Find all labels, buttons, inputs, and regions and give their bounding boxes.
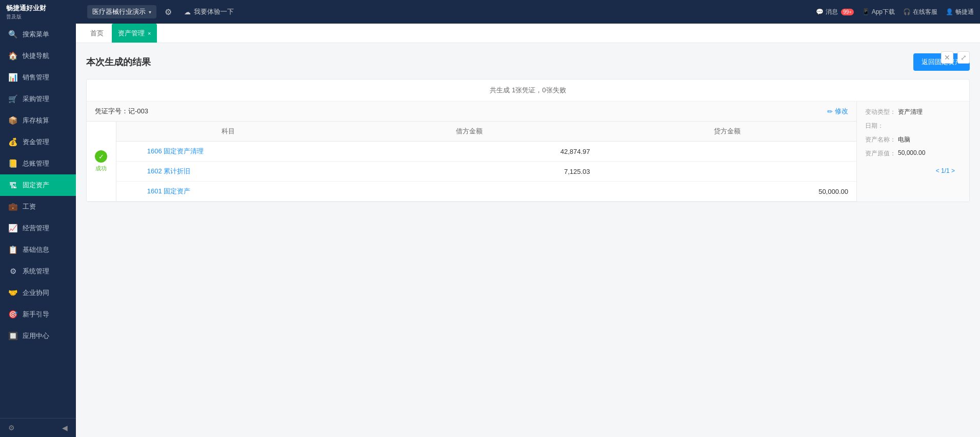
summary-text: 共生成 1张凭证，0张失败 (490, 86, 566, 94)
col-debit: 借方金额 (340, 122, 598, 142)
page-header: 本次生成的结果 返回固定资产 (86, 53, 970, 71)
sidebar-label-quick-nav: 快捷导航 (23, 51, 49, 61)
credit-cell-3: 50,000.00 (598, 182, 856, 202)
sidebar-item-system[interactable]: ⚙ 系统管理 (0, 261, 76, 282)
sidebar-bottom: ⚙ ◀ (0, 418, 76, 437)
close-panel-button[interactable]: ✕ (941, 51, 953, 64)
sidebar-item-ledger[interactable]: 📒 总账管理 (0, 153, 76, 174)
home-icon: 🏠 (8, 51, 17, 61)
credit-cell-1 (598, 142, 856, 162)
summary-bar: 共生成 1张凭证，0张失败 (87, 80, 969, 102)
sidebar-label-basic-info: 基础信息 (23, 245, 49, 254)
page-title: 本次生成的结果 (86, 56, 151, 68)
original-value-value: 50,000.00 (898, 149, 925, 156)
header-right: 💬 消息 99+ 📱 App下载 🎧 在线客服 👤 畅捷通 (816, 8, 974, 16)
online-service-button[interactable]: 🎧 在线客服 (903, 8, 937, 16)
subject-link-2[interactable]: 1602 累计折旧 (147, 167, 191, 175)
sidebar-item-salary[interactable]: 💼 工资 (0, 196, 76, 217)
tab-close-button[interactable]: × (148, 30, 151, 36)
credit-cell-2 (598, 162, 856, 182)
headset-icon: 🎧 (903, 8, 911, 15)
sidebar-item-operations[interactable]: 📈 经营管理 (0, 217, 76, 239)
content-area: 首页 资产管理 × 本次生成的结果 返回固定资产 共生成 1张凭证，0张失败 (76, 24, 980, 437)
table-row: 1601 固定资产 50,000.00 (116, 182, 856, 202)
main-layout: 🔍 搜索菜单 🏠 快捷导航 📊 销售管理 🛒 采购管理 📦 库存核算 💰 资金管… (0, 24, 980, 437)
logo-title: 畅捷通好业财 (6, 4, 46, 13)
sidebar-label-operations: 经营管理 (23, 224, 49, 233)
subject-link-1[interactable]: 1606 固定资产清理 (147, 147, 204, 155)
sidebar-item-inventory[interactable]: 📦 库存核算 (0, 110, 76, 131)
gear-button[interactable]: ⚙ (161, 4, 176, 19)
guide-icon: 🎯 (8, 310, 17, 319)
debit-cell-1: 42,874.97 (340, 142, 598, 162)
info-row-change-type: 变动类型： 资产清理 (865, 108, 961, 116)
sidebar-item-fixed-assets[interactable]: 🏗 固定资产 (0, 174, 76, 196)
sales-icon: 📊 (8, 73, 17, 82)
sidebar-item-quick-nav[interactable]: 🏠 快捷导航 (0, 45, 76, 67)
sidebar-item-basic-info[interactable]: 📋 基础信息 (0, 239, 76, 261)
message-badge: 99+ (841, 9, 853, 15)
system-icon: ⚙ (8, 267, 17, 276)
expand-panel-button[interactable]: ⤢ (957, 51, 970, 64)
panel-controls: ✕ ⤢ (941, 51, 970, 64)
sidebar-label-search: 搜索菜单 (23, 30, 49, 39)
edit-button[interactable]: ✏ 修改 (827, 107, 848, 116)
collapse-icon[interactable]: ◀ (62, 424, 68, 432)
ledger-icon: 📒 (8, 159, 17, 168)
original-value-label: 资产原值： (865, 149, 896, 158)
date-label: 日期： (865, 122, 891, 130)
sidebar-label-capital: 资金管理 (23, 137, 49, 147)
company-name: 医疗器械行业演示 (92, 7, 146, 16)
tab-home[interactable]: 首页 (84, 24, 110, 43)
logo-subtitle: 普及版 (6, 13, 22, 21)
table-row: 1606 固定资产清理 42,874.97 (116, 142, 856, 162)
sidebar-label-inventory: 库存核算 (23, 116, 49, 125)
message-icon: 💬 (816, 8, 824, 15)
app-center-icon: 🔲 (8, 331, 17, 341)
asset-name-value: 电脑 (898, 135, 910, 144)
sidebar-item-app-center[interactable]: 🔲 应用中心 (0, 325, 76, 347)
col-subject: 科目 (116, 122, 340, 142)
header-center: 医疗器械行业演示 ▾ ⚙ ☁ 我要体验一下 (87, 4, 816, 19)
pagination-text[interactable]: < 1/1 > (936, 167, 955, 174)
sidebar-label-enterprise: 企业协同 (23, 288, 49, 297)
voucher-section: 凭证字号：记-003 ✏ 修改 ✓ (87, 102, 969, 202)
sidebar-item-guide[interactable]: 🎯 新手引导 (0, 304, 76, 325)
debit-cell-3 (340, 182, 598, 202)
info-row-date: 日期： (865, 122, 961, 130)
download-icon: 📱 (862, 8, 870, 15)
voucher-number: 凭证字号：记-003 (95, 107, 148, 116)
success-icon: ✓ (95, 150, 107, 163)
voucher-table: 科目 借方金额 贷方金额 1606 固定资产清理 (116, 122, 856, 202)
edit-icon: ✏ (827, 108, 833, 115)
basic-info-icon: 📋 (8, 245, 17, 254)
change-type-value: 资产清理 (898, 108, 923, 116)
operations-icon: 📈 (8, 224, 17, 233)
subject-cell-2: 1602 累计折旧 (116, 162, 340, 182)
app-download-button[interactable]: 📱 App下载 (862, 8, 895, 16)
sidebar-label-fixed-assets: 固定资产 (23, 181, 49, 190)
chevron-down-icon: ▾ (149, 9, 151, 15)
sidebar-label-ledger: 总账管理 (23, 159, 49, 168)
settings-icon[interactable]: ⚙ (8, 424, 15, 432)
tab-asset-management[interactable]: 资产管理 × (112, 24, 157, 43)
col-credit: 贷方金额 (598, 122, 856, 142)
subject-cell-1: 1606 固定资产清理 (116, 142, 340, 162)
change-type-label: 变动类型： (865, 108, 896, 116)
sidebar-item-capital[interactable]: 💰 资金管理 (0, 131, 76, 153)
sidebar-item-purchase[interactable]: 🛒 采购管理 (0, 88, 76, 110)
user-area[interactable]: 👤 畅捷通 (946, 8, 974, 16)
sidebar-item-enterprise[interactable]: 🤝 企业协同 (0, 282, 76, 304)
top-header: 畅捷通好业财 普及版 医疗器械行业演示 ▾ ⚙ ☁ 我要体验一下 💬 消息 99… (0, 0, 980, 24)
info-panel: 变动类型： 资产清理 日期： 资产名称： 电脑 资产原值： (856, 102, 969, 202)
subject-link-3[interactable]: 1601 固定资产 (147, 187, 191, 195)
sidebar-item-search[interactable]: 🔍 搜索菜单 (0, 24, 76, 45)
messages-button[interactable]: 💬 消息 99+ (816, 8, 853, 16)
tab-bar: 首页 资产管理 × (76, 24, 980, 43)
sidebar-item-sales[interactable]: 📊 销售管理 (0, 67, 76, 88)
sidebar-label-guide: 新手引导 (23, 310, 49, 319)
company-selector[interactable]: 医疗器械行业演示 ▾ (87, 5, 156, 18)
experience-button[interactable]: ☁ 我要体验一下 (180, 5, 238, 18)
debit-cell-2: 7,125.03 (340, 162, 598, 182)
fixed-assets-icon: 🏗 (8, 181, 17, 190)
